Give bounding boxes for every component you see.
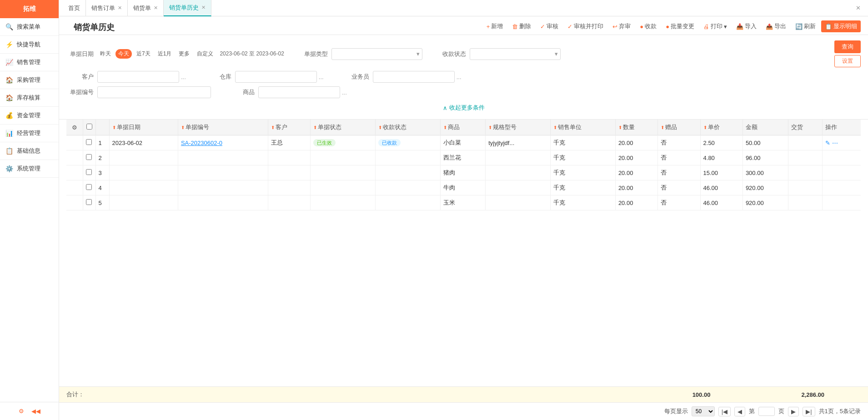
delete-icon: 🗑 (512, 23, 518, 30)
row-checkbox[interactable] (83, 195, 95, 210)
shortcut-1month[interactable]: 近1月 (155, 49, 175, 59)
goods-input[interactable] (258, 86, 340, 98)
sidebar-item-label: 采购管理 (17, 76, 40, 84)
footer-total-amount: 2,286.00 (801, 391, 824, 398)
sidebar-item-sales-mgmt[interactable]: 📈 销售管理 (0, 54, 59, 71)
tab-sales-history[interactable]: 销货单历史 ✕ (164, 0, 211, 16)
sidebar-item-purchase-mgmt[interactable]: 🏠 采购管理 (0, 71, 59, 89)
row-pay-status (376, 165, 441, 180)
collect-status-input[interactable] (470, 48, 561, 60)
batch-change-button[interactable]: ● 批量变更 (662, 20, 698, 32)
sidebar-item-label: 快捷导航 (17, 40, 40, 49)
docno-link[interactable]: SA-20230602-0 (181, 140, 222, 146)
show-detail-button[interactable]: 📋 显示明细 (821, 20, 861, 32)
shortcut-more[interactable]: 更多 (176, 49, 192, 59)
tab-close-sales-delivery[interactable]: ✕ (154, 5, 158, 11)
row-checkbox-input[interactable] (86, 154, 92, 160)
row-checkbox-input[interactable] (86, 184, 92, 190)
shortcut-today[interactable]: 今天 (115, 49, 132, 59)
row-checkbox-input[interactable] (86, 199, 92, 205)
col-gear[interactable]: ⚙ (66, 120, 83, 135)
next-page-btn[interactable]: ▶ (788, 407, 799, 416)
action-edit-icon[interactable]: ✎ (825, 140, 830, 146)
print-button[interactable]: 🖨 打印 ▾ (700, 20, 731, 32)
staff-dots[interactable]: ... (455, 74, 463, 80)
doc-no-input[interactable] (97, 86, 211, 98)
row-checkbox[interactable] (83, 165, 95, 180)
col-customer[interactable]: ⬆客户 (268, 120, 311, 135)
warehouse-dots[interactable]: ... (317, 74, 326, 80)
import-button[interactable]: 📥 导入 (733, 20, 760, 32)
row-pay-status: 已收款 (376, 135, 441, 150)
customer-input[interactable] (97, 71, 179, 83)
sidebar-collapse-icon[interactable]: ◀◀ (31, 408, 40, 415)
row-checkbox[interactable] (83, 135, 95, 150)
add-icon: + (487, 23, 490, 30)
customer-dots[interactable]: ... (179, 74, 188, 80)
col-pay-status[interactable]: ⬆收款状态 (376, 120, 441, 135)
tab-sales-delivery[interactable]: 销货单 ✕ (128, 0, 164, 16)
staff-input[interactable] (373, 71, 455, 83)
sidebar-item-basic-info[interactable]: 📋 基础信息 (0, 142, 59, 160)
warehouse-input[interactable] (235, 71, 317, 83)
sidebar-item-operations[interactable]: 📊 经营管理 (0, 125, 59, 142)
row-gift: 否 (658, 165, 700, 180)
export-icon: 📤 (766, 23, 773, 30)
row-unit: 千克 (551, 165, 616, 180)
sidebar-item-sys-mgmt[interactable]: ⚙️ 系统管理 (0, 160, 59, 178)
export-button[interactable]: 📤 导出 (762, 20, 790, 32)
page-number-input[interactable]: 1 (758, 407, 775, 416)
goods-dots[interactable]: ... (340, 89, 349, 96)
per-page-select[interactable]: 50 100 200 (692, 406, 715, 416)
last-page-btn[interactable]: ▶| (803, 407, 815, 416)
row-checkbox-input[interactable] (86, 139, 92, 145)
col-gift[interactable]: ⬆赠品 (658, 120, 700, 135)
sidebar-item-quick-nav[interactable]: ⚡ 快捷导航 (0, 36, 59, 54)
row-docno[interactable]: SA-20230602-0 (178, 135, 268, 150)
row-checkbox-input[interactable] (86, 169, 92, 175)
col-doc-status[interactable]: ⬆单据状态 (311, 120, 376, 135)
col-price[interactable]: ⬆单价 (700, 120, 743, 135)
doc-status-badge: 已生效 (313, 139, 336, 146)
sidebar-item-finance[interactable]: 💰 资金管理 (0, 107, 59, 125)
set-button[interactable]: 设置 (834, 55, 861, 67)
select-all-checkbox[interactable] (86, 124, 92, 130)
tab-sales-order[interactable]: 销售订单 ✕ (86, 0, 128, 16)
query-button[interactable]: 查询 (834, 40, 861, 53)
tab-close-all[interactable]: ✕ (852, 5, 864, 11)
action-more-icon[interactable]: ⋯ (832, 140, 838, 146)
row-action (822, 165, 861, 180)
sidebar-settings-icon[interactable]: ⚙ (19, 408, 24, 415)
row-checkbox[interactable] (83, 150, 95, 165)
sidebar-item-inventory[interactable]: 🏠 库存核算 (0, 89, 59, 107)
row-goods: 玉米 (441, 195, 486, 210)
shortcut-custom[interactable]: 自定义 (194, 49, 216, 59)
collect-button[interactable]: ● 收款 (636, 20, 660, 32)
col-unit[interactable]: ⬆销售单位 (551, 120, 616, 135)
shortcut-7days[interactable]: 近7天 (134, 49, 153, 59)
refresh-button[interactable]: 🔄 刷新 (792, 20, 819, 32)
add-button[interactable]: + 新增 (483, 20, 507, 32)
doc-type-input[interactable] (331, 48, 422, 60)
prev-page-btn[interactable]: ◀ (734, 407, 745, 416)
delete-button[interactable]: 🗑 删除 (508, 20, 535, 32)
audit-button[interactable]: ✓ 审核 (537, 20, 562, 32)
collapse-btn[interactable]: ∧ 收起更多条件 (439, 102, 488, 114)
shortcut-yesterday[interactable]: 昨天 (97, 49, 114, 59)
col-docno[interactable]: ⬆单据编号 (178, 120, 268, 135)
first-page-btn[interactable]: |◀ (718, 407, 731, 416)
tab-close-sales-history[interactable]: ✕ (201, 5, 206, 10)
col-spec[interactable]: ⬆规格型号 (486, 120, 551, 135)
col-date[interactable]: ⬆单据日期 (109, 120, 178, 135)
col-goods[interactable]: ⬆商品 (441, 120, 486, 135)
sidebar-item-search-menu[interactable]: 🔍 搜索菜单 (0, 18, 59, 36)
audit-print-button[interactable]: ✓ 审核并打印 (564, 20, 607, 32)
tab-close-sales-order[interactable]: ✕ (118, 5, 122, 11)
page-label: 第 (749, 407, 755, 415)
row-transaction (788, 165, 822, 180)
tab-home[interactable]: 首页 (63, 0, 86, 16)
col-qty[interactable]: ⬆数量 (615, 120, 657, 135)
audit-icon: ✓ (540, 23, 545, 30)
abandon-button[interactable]: ↩ 弃审 (609, 20, 634, 32)
row-checkbox[interactable] (83, 180, 95, 195)
